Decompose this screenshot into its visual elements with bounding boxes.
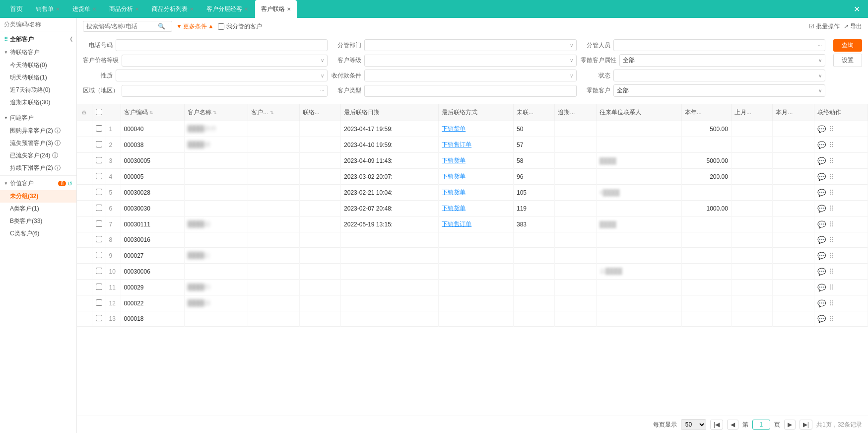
close-window-icon[interactable]: ✕ — [850, 4, 864, 14]
chat-icon[interactable]: 💬 — [817, 284, 826, 291]
row-checkbox[interactable] — [96, 252, 102, 258]
my-customers-checkbox[interactable] — [218, 23, 224, 30]
main-search-box[interactable]: 🔍 — [83, 21, 172, 32]
person-select[interactable]: ··· — [613, 39, 825, 51]
col-type[interactable]: 客户... ⇅ — [248, 104, 300, 121]
row-checkbox[interactable] — [96, 157, 102, 163]
prev-page-btn[interactable]: ◀ — [727, 420, 738, 430]
grid-action-icon[interactable]: ⠿ — [829, 189, 834, 197]
close-product-analysis-tab-icon[interactable]: ✕ — [135, 6, 139, 12]
sidebar-search-box[interactable]: 🔍 — [0, 18, 76, 31]
contact-way-link[interactable]: 下销售订单 — [442, 141, 471, 148]
row-checkbox-cell[interactable] — [92, 201, 106, 216]
grid-action-icon[interactable]: ⠿ — [829, 220, 834, 228]
nav-tab-customer-contact[interactable]: 客户联络 ✕ — [255, 0, 297, 18]
row-checkbox[interactable] — [96, 268, 102, 274]
chat-icon[interactable]: 💬 — [817, 205, 826, 213]
first-page-btn[interactable]: |◀ — [710, 420, 723, 430]
row-checkbox[interactable] — [96, 315, 102, 321]
chat-icon[interactable]: 💬 — [817, 125, 826, 133]
grid-action-icon[interactable]: ⠿ — [829, 284, 834, 291]
main-search-input[interactable] — [86, 23, 156, 30]
sidebar-item-b-class[interactable]: B类客户(33) — [0, 215, 76, 227]
price-level-select[interactable]: ∨ — [122, 55, 328, 67]
chat-icon[interactable]: 💬 — [817, 315, 826, 323]
chat-icon[interactable]: 💬 — [817, 252, 826, 260]
batch-ops-btn[interactable]: ☑ 批量操作 — [809, 22, 840, 31]
row-checkbox[interactable] — [96, 299, 102, 306]
export-btn[interactable]: ↗ 导出 — [844, 22, 862, 31]
grid-action-icon[interactable]: ⠿ — [829, 125, 834, 133]
sidebar-item-hoard[interactable]: 囤购异常客户(2) ⓘ — [0, 125, 76, 137]
col-overdue[interactable]: 逾期... — [555, 104, 596, 121]
grid-action-icon[interactable]: ⠿ — [829, 173, 834, 181]
sidebar-item-overdue[interactable]: 逾期未联络(30) — [0, 96, 76, 109]
row-checkbox-cell[interactable] — [92, 295, 106, 311]
contact-way-link[interactable]: 下销货单 — [442, 205, 466, 212]
row-checkbox-cell[interactable] — [92, 137, 106, 153]
my-customers-checkbox-label[interactable]: 我分管的客户 — [218, 22, 262, 31]
contact-way-link[interactable]: 下销货单 — [442, 173, 466, 180]
row-last-way[interactable] — [439, 232, 514, 248]
close-contact-tab-icon[interactable]: ✕ — [287, 6, 291, 12]
row-last-way[interactable]: 下销售订单 — [439, 137, 514, 153]
next-page-btn[interactable]: ▶ — [784, 420, 796, 430]
row-checkbox[interactable] — [96, 189, 102, 195]
sidebar-item-unclassified[interactable]: 未分组(32) — [0, 190, 76, 203]
grid-action-icon[interactable]: ⠿ — [829, 252, 834, 260]
row-last-way[interactable] — [439, 264, 514, 280]
row-last-way[interactable]: 下销货单 — [439, 201, 514, 216]
chat-icon[interactable]: 💬 — [817, 141, 826, 149]
grid-action-icon[interactable]: ⠿ — [829, 315, 834, 323]
row-checkbox-cell[interactable] — [92, 248, 106, 264]
col-contact[interactable]: 联络... — [299, 104, 340, 121]
row-checkbox[interactable] — [96, 220, 102, 227]
row-last-way[interactable]: 下销售订单 — [439, 216, 514, 232]
row-checkbox-cell[interactable] — [92, 121, 106, 137]
sidebar-item-churned[interactable]: 已流失客户(24) ⓘ — [0, 149, 76, 162]
page-input[interactable] — [752, 420, 770, 430]
col-this-year[interactable]: 本年... — [681, 104, 731, 121]
row-last-way[interactable] — [439, 295, 514, 311]
close-segment-tab-icon[interactable]: ✕ — [244, 6, 248, 12]
dept-select[interactable]: ∨ — [364, 39, 576, 51]
chat-icon[interactable]: 💬 — [817, 189, 826, 197]
main-search-icon[interactable]: 🔍 — [158, 23, 165, 30]
grid-action-icon[interactable]: ⠿ — [829, 205, 834, 213]
nav-tab-product-analysis[interactable]: 商品分析 ✕ — [103, 0, 145, 18]
grid-action-icon[interactable]: ⠿ — [829, 236, 834, 244]
row-last-way[interactable] — [439, 248, 514, 264]
close-product-list-tab-icon[interactable]: ✕ — [190, 6, 194, 12]
grid-action-icon[interactable]: ⠿ — [829, 157, 834, 165]
status-select[interactable]: ∨ — [613, 70, 825, 81]
row-checkbox-cell[interactable] — [92, 216, 106, 232]
chat-icon[interactable]: 💬 — [817, 236, 826, 244]
col-last-date[interactable]: 最后联络日期 — [341, 104, 439, 121]
nature-select[interactable]: ∨ — [116, 70, 328, 81]
row-checkbox[interactable] — [96, 205, 102, 211]
row-checkbox-cell[interactable] — [92, 264, 106, 280]
sidebar-item-tomorrow[interactable]: 明天待联络(1) — [0, 72, 76, 84]
row-last-way[interactable]: 下销货单 — [439, 121, 514, 137]
row-last-way[interactable]: 下销货单 — [439, 185, 514, 201]
nav-tab-sales[interactable]: 销售单 ✕ — [30, 0, 66, 18]
grid-action-icon[interactable]: ⠿ — [829, 141, 834, 149]
col-last-way[interactable]: 最后联络方式 — [439, 104, 514, 121]
row-checkbox[interactable] — [96, 284, 102, 290]
col-last-month[interactable]: 上月... — [731, 104, 772, 121]
col-gear[interactable]: ⚙ — [77, 104, 92, 121]
chat-icon[interactable]: 💬 — [817, 220, 826, 228]
sidebar-item-c-class[interactable]: C类客户(6) — [0, 227, 76, 240]
row-checkbox-cell[interactable] — [92, 153, 106, 169]
sidebar-group-value[interactable]: ▼ 价值客户 8 ↺ — [0, 177, 76, 190]
chat-icon[interactable]: 💬 — [817, 268, 826, 276]
row-checkbox-cell[interactable] — [92, 280, 106, 295]
reset-button[interactable]: 设置 — [833, 54, 862, 67]
grid-action-icon[interactable]: ⠿ — [829, 299, 834, 307]
row-last-way[interactable] — [439, 280, 514, 295]
sidebar-item-week[interactable]: 近7天待联络(0) — [0, 84, 76, 96]
contact-way-link[interactable]: 下销货单 — [442, 125, 466, 132]
contact-way-link[interactable]: 下销货单 — [442, 157, 466, 164]
row-checkbox-cell[interactable] — [92, 232, 106, 248]
sidebar-group-waiting[interactable]: ▼ 待联络客户 — [0, 46, 76, 59]
